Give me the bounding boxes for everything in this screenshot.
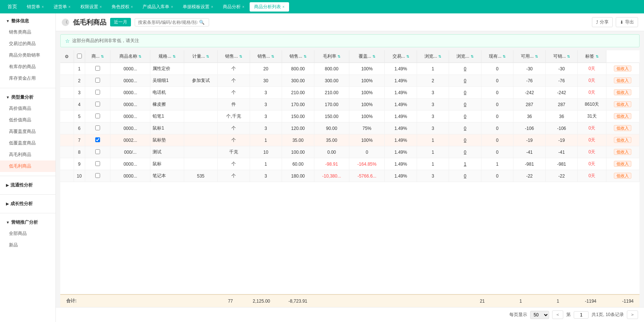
row-view1-0[interactable]: 0 xyxy=(449,63,481,75)
sidebar-group-overall-title[interactable]: ▼ 整体信息 xyxy=(0,16,55,26)
row-available-8: -981 xyxy=(545,158,577,170)
sidebar-group-flow-title[interactable]: ▶ 流通性分析 xyxy=(0,180,55,191)
time-filter-button[interactable]: 近一月 xyxy=(110,18,131,26)
sidebar-collapse-button[interactable]: 《 xyxy=(62,19,69,26)
sidebar-item-all-goods[interactable]: 全部商品 xyxy=(0,228,55,239)
row-view2-0: 0 xyxy=(481,63,513,75)
nav-close-template[interactable]: × xyxy=(211,5,213,9)
row-checkbox-3[interactable] xyxy=(85,99,110,111)
row-sales-price-6: 35.00 xyxy=(282,134,314,146)
row-unit-9: 个 xyxy=(218,170,250,182)
row-checkbox-0[interactable] xyxy=(85,63,110,75)
footer-sales-price: 2,125.00 xyxy=(240,299,270,304)
search-icon[interactable]: 🔍 xyxy=(199,20,205,25)
sidebar-item-category-sales[interactable]: 商品分类助销率 xyxy=(0,50,55,61)
sidebar-group-marketing-title[interactable]: ▼ 营销推广分析 xyxy=(0,217,55,228)
row-view1-4[interactable]: 0 xyxy=(449,111,481,122)
prev-page-button[interactable]: ＜ xyxy=(552,310,563,319)
row-name-2: 电话机 xyxy=(150,87,184,99)
nav-close-role[interactable]: × xyxy=(131,5,133,9)
sidebar-item-high-margin[interactable]: 高毛利商品 xyxy=(0,149,55,160)
row-checkbox-9[interactable] xyxy=(85,170,110,182)
row-checkbox-5[interactable] xyxy=(85,122,110,134)
sidebar-item-high-value[interactable]: 高价值商品 xyxy=(0,103,55,114)
sidebar-item-low-value[interactable]: 低价值商品 xyxy=(0,114,55,126)
col-gross-margin[interactable]: 毛利率 ⇅ xyxy=(314,50,349,63)
page-size-select[interactable]: 50 20 100 xyxy=(530,311,549,319)
row-sales-amount-6: 35.00 xyxy=(314,134,349,146)
row-view1-3[interactable]: 0 xyxy=(449,99,481,111)
nav-role-auth[interactable]: 角色授权 × xyxy=(107,2,138,12)
col-spec[interactable]: 规格... ⇅ xyxy=(150,50,184,63)
col-coverage[interactable]: 覆盖... ⇅ xyxy=(349,50,385,63)
page-number-input[interactable] xyxy=(574,311,589,319)
nav-product-analysis[interactable]: 商品分析 × xyxy=(218,2,249,12)
nav-permissions[interactable]: 权限设置 × xyxy=(76,2,106,12)
sidebar-group-type-title[interactable]: ▼ 类型量分析 xyxy=(0,92,55,103)
select-all-checkbox[interactable] xyxy=(77,54,82,58)
row-checkbox-4[interactable] xyxy=(85,111,110,122)
page-header: 《 低毛利商品 近一月 🔍 ⤴ 分享 ⬇ 导出 xyxy=(56,13,644,31)
col-view2[interactable]: 浏览... ⇅ xyxy=(449,50,481,63)
sidebar-group-growth: ▶ 成长性分析 xyxy=(0,196,55,211)
col-tag[interactable]: 标签 ⇅ xyxy=(578,50,606,63)
col-current-stock[interactable]: 现有... ⇅ xyxy=(481,50,513,63)
col-settings[interactable]: ⚙ xyxy=(60,50,74,63)
col-sales-amount[interactable]: 销售... ⇅ xyxy=(282,50,314,63)
row-view1-9[interactable]: 0 xyxy=(449,170,481,182)
sidebar-item-low-margin[interactable]: 低毛利商品 xyxy=(0,160,55,172)
row-view1-6[interactable]: 0 xyxy=(449,134,481,146)
row-view1-7[interactable]: 0 xyxy=(449,146,481,158)
row-no-0: 1 xyxy=(74,63,85,75)
nav-home[interactable]: 首页 xyxy=(3,2,22,12)
col-checkbox[interactable] xyxy=(74,50,85,63)
row-checkbox-2[interactable] xyxy=(85,87,110,99)
next-page-button[interactable]: ＞ xyxy=(627,310,638,319)
nav-close-product[interactable]: × xyxy=(171,5,173,9)
search-input[interactable] xyxy=(138,20,198,25)
nav-close-purchase[interactable]: × xyxy=(68,5,71,9)
col-transaction[interactable]: 交易... ⇅ xyxy=(385,50,417,63)
nav-template-settings[interactable]: 单据模板设置 × xyxy=(178,2,218,12)
row-view1-8[interactable]: 1 xyxy=(449,158,481,170)
row-checkbox-1[interactable] xyxy=(85,75,110,87)
sidebar-item-traded-goods[interactable]: 交易过的商品 xyxy=(0,38,55,50)
col-sales-qty[interactable]: 销售... ⇅ xyxy=(218,50,250,63)
col-sellable[interactable]: 可销... ⇅ xyxy=(545,50,577,63)
row-checkbox-6[interactable] xyxy=(85,134,110,146)
row-view1-1[interactable]: 0 xyxy=(449,75,481,87)
nav-product-entry[interactable]: 产成品入库单 × xyxy=(138,2,177,12)
sidebar-item-new-goods[interactable]: 新品 xyxy=(0,239,55,251)
sidebar-item-sales-goods[interactable]: 销售类商品 xyxy=(0,26,55,38)
nav-close-analysis[interactable]: × xyxy=(242,5,244,9)
nav-close-list[interactable]: × xyxy=(282,5,285,9)
nav-close-permissions[interactable]: × xyxy=(100,5,102,9)
col-view1[interactable]: 浏览... ⇅ xyxy=(417,50,449,63)
row-view1-2[interactable]: 0 xyxy=(449,87,481,99)
col-sales-price[interactable]: 销售... ⇅ xyxy=(250,50,282,63)
sidebar-item-high-coverage[interactable]: 高覆盖度商品 xyxy=(0,126,55,137)
sidebar-item-inventory-capital[interactable]: 库存资金占用 xyxy=(0,73,55,84)
col-name[interactable]: 商品名称 ⇅ xyxy=(110,50,150,63)
row-name-0: 属性定价 xyxy=(150,63,184,75)
nav-product-analysis-list[interactable]: 商品分析列表 × xyxy=(250,2,289,12)
export-button[interactable]: ⬇ 导出 xyxy=(616,17,638,27)
sidebar-item-stocked-goods[interactable]: 有库存的商品 xyxy=(0,61,55,73)
col-unit[interactable]: 计量... ⇅ xyxy=(184,50,217,63)
row-view1-5[interactable]: 0 xyxy=(449,122,481,134)
nav-purchase[interactable]: 进货单 × xyxy=(49,2,75,12)
row-current-9: -22 xyxy=(513,170,545,182)
row-checkbox-7[interactable] xyxy=(85,146,110,158)
row-checkbox-8[interactable] xyxy=(85,158,110,170)
sidebar-item-low-coverage[interactable]: 低覆盖度商品 xyxy=(0,137,55,149)
share-button[interactable]: ⤴ 分享 xyxy=(592,17,613,27)
nav-sales-order[interactable]: 销货单 × xyxy=(22,2,48,12)
row-gross-margin-8: -164.85% xyxy=(349,158,385,170)
sidebar-group-growth-title[interactable]: ▶ 成长性分析 xyxy=(0,198,55,209)
row-available-2: -242 xyxy=(545,87,577,99)
nav-close-sales[interactable]: × xyxy=(42,5,44,9)
col-available[interactable]: 可用... ⇅ xyxy=(513,50,545,63)
col-code[interactable]: 商... ⇅ xyxy=(85,50,110,63)
sidebar-group-marketing: ▼ 营销推广分析 全部商品 新品 xyxy=(0,215,55,253)
row-sales-qty-5: 3 xyxy=(250,122,282,134)
